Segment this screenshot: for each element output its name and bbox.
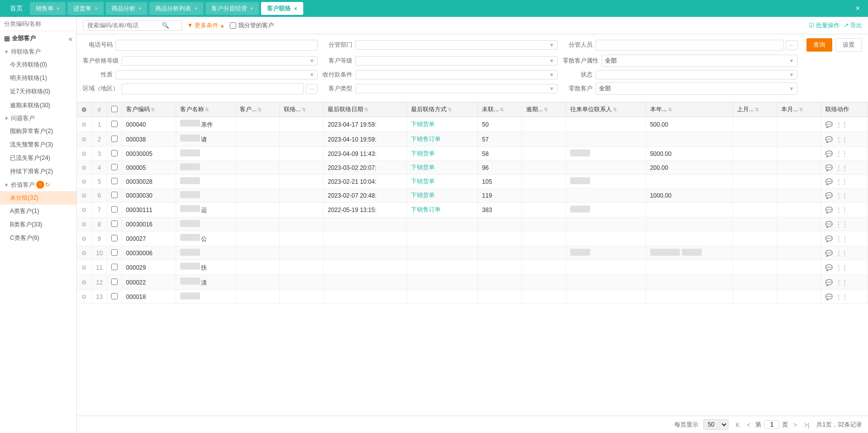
action-chat-icon[interactable]: 💬 (825, 150, 833, 157)
region-ellipsis-btn[interactable]: ··· (306, 84, 318, 94)
th-last-month[interactable]: 上月...⇅ (733, 102, 777, 117)
price-level-select[interactable]: ▼ (122, 56, 318, 66)
tab-sales[interactable]: 销售单 × (30, 2, 66, 15)
th-last-date[interactable]: 最后联络日期⇅ (324, 102, 406, 117)
search-box[interactable]: 🔍 (83, 20, 182, 31)
search-submit-icon[interactable]: 🔍 (162, 22, 169, 29)
tab-analysis[interactable]: 商品分析 × (106, 2, 147, 15)
row-checkbox[interactable] (111, 136, 118, 142)
th-contact-person[interactable]: 往来单位联系人⇅ (566, 102, 646, 117)
action-chat-icon[interactable]: 💬 (825, 207, 833, 214)
last-method-link[interactable]: 下销货单 (411, 164, 435, 171)
sidebar-item-hoarding[interactable]: 囤购异常客户(2) (0, 125, 76, 138)
action-menu-icon[interactable]: ⋮⋮ (836, 293, 848, 300)
sidebar-collapse-icon[interactable]: « (68, 35, 72, 43)
action-menu-icon[interactable]: ⋮⋮ (836, 121, 848, 128)
tab-purchase[interactable]: 进货单 × (67, 2, 103, 15)
region-input[interactable] (122, 83, 304, 94)
th-this-year[interactable]: 本年...⇅ (646, 102, 733, 117)
cust-type-select[interactable]: ▼ (355, 84, 557, 93)
sidebar-item-churning[interactable]: 流失预警客户(3) (0, 138, 76, 151)
last-method-link[interactable]: 下销货单 (411, 150, 435, 157)
action-chat-icon[interactable]: 💬 (825, 221, 833, 228)
dept-select[interactable]: ▼ (355, 40, 557, 50)
home-tab[interactable]: 首页 (4, 0, 29, 17)
action-chat-icon[interactable]: 💬 (825, 293, 833, 300)
close-tab-purchase[interactable]: × (94, 5, 97, 11)
manager-ellipsis-btn[interactable]: ··· (786, 40, 798, 50)
action-chat-icon[interactable]: 💬 (825, 136, 833, 143)
sidebar-item-churned[interactable]: 已流失客户(24) (0, 151, 76, 165)
sidebar-item-7days[interactable]: 近7天待联络(0) (0, 85, 76, 98)
action-chat-icon[interactable]: 💬 (825, 279, 833, 286)
sparse-cust-select[interactable]: 全部 ▼ (596, 82, 798, 95)
payment-select[interactable]: ▼ (355, 70, 557, 79)
sidebar-item-overdue[interactable]: 逾期未联络(30) (0, 99, 76, 112)
th-checkbox[interactable] (107, 102, 122, 117)
th-this-month[interactable]: 本月...⇅ (777, 102, 821, 117)
action-menu-icon[interactable]: ⋮⋮ (836, 192, 848, 199)
first-page-btn[interactable]: K (734, 421, 742, 429)
close-tab-analysis-list[interactable]: × (194, 5, 197, 11)
my-customers-checkbox-label[interactable]: 我分管的客户 (230, 21, 274, 30)
sidebar-search-input[interactable] (4, 20, 77, 27)
action-menu-icon[interactable]: ⋮⋮ (836, 250, 848, 257)
action-menu-icon[interactable]: ⋮⋮ (836, 235, 848, 242)
sidebar-item-unclassified[interactable]: 未分组(32) (0, 191, 76, 205)
sidebar-item-tomorrow[interactable]: 明天待联络(1) (0, 72, 76, 85)
last-method-link[interactable]: 下销货单 (411, 121, 435, 128)
sidebar-item-classC[interactable]: C类客户(6) (0, 231, 76, 245)
sidebar-group-pending[interactable]: ▼ 待联络客户 (0, 46, 76, 58)
action-menu-icon[interactable]: ⋮⋮ (836, 136, 848, 143)
row-checkbox[interactable] (111, 206, 118, 213)
tab-analysis-list[interactable]: 商品分析列表 × (149, 2, 203, 15)
close-window-button[interactable]: × (852, 4, 864, 13)
action-chat-icon[interactable]: 💬 (825, 178, 833, 185)
action-chat-icon[interactable]: 💬 (825, 250, 833, 257)
action-menu-icon[interactable]: ⋮⋮ (836, 207, 848, 214)
action-chat-icon[interactable]: 💬 (825, 121, 833, 128)
row-checkbox[interactable] (111, 121, 118, 127)
th-gear[interactable]: ⚙ (77, 102, 92, 117)
th-contact[interactable]: 联络...⇅ (279, 102, 324, 117)
row-checkbox[interactable] (111, 192, 118, 198)
row-checkbox[interactable] (111, 235, 118, 241)
action-menu-icon[interactable]: ⋮⋮ (836, 221, 848, 228)
search-button[interactable]: 查询 (806, 38, 832, 52)
row-checkbox[interactable] (111, 178, 118, 184)
phone-input[interactable] (116, 40, 318, 51)
status-select[interactable]: ▼ (596, 70, 798, 79)
action-chat-icon[interactable]: 💬 (825, 192, 833, 199)
nature-select[interactable]: ▼ (116, 70, 318, 79)
reset-button[interactable]: 设置 (835, 38, 862, 52)
refresh-icon[interactable]: ↻ (45, 181, 50, 188)
select-all-checkbox[interactable] (111, 106, 118, 112)
row-checkbox[interactable] (111, 220, 118, 227)
search-input[interactable] (87, 22, 162, 29)
th-code[interactable]: 客户编码⇅ (122, 102, 176, 117)
tab-customer-contact[interactable]: 客户联络 × (261, 2, 303, 15)
row-checkbox[interactable] (111, 164, 118, 170)
action-chat-icon[interactable]: 💬 (825, 235, 833, 242)
th-overdue[interactable]: 逾期...⇅ (522, 102, 566, 117)
action-menu-icon[interactable]: ⋮⋮ (836, 279, 848, 286)
action-menu-icon[interactable]: ⋮⋮ (836, 178, 848, 185)
page-number-input[interactable] (764, 420, 779, 429)
cust-level-select[interactable]: ▼ (355, 56, 557, 66)
th-last-method[interactable]: 最后联络方式⇅ (406, 102, 478, 117)
action-menu-icon[interactable]: ⋮⋮ (836, 264, 848, 271)
last-method-link[interactable]: 下销货单 (411, 178, 435, 185)
per-page-select[interactable]: 50 100 200 (703, 419, 729, 430)
close-tab-customer-contact[interactable]: × (294, 5, 297, 11)
sidebar-group-problem[interactable]: ▼ 问题客户 (0, 112, 76, 125)
th-name[interactable]: 客户名称⇅ (176, 102, 236, 117)
row-checkbox[interactable] (111, 249, 118, 256)
sidebar-item-classA[interactable]: A类客户(1) (0, 205, 76, 218)
last-page-btn[interactable]: >| (802, 421, 811, 429)
close-tab-sales[interactable]: × (57, 5, 60, 11)
action-menu-icon[interactable]: ⋮⋮ (836, 164, 848, 171)
row-checkbox[interactable] (111, 279, 118, 285)
close-tab-customer-tier[interactable]: × (250, 5, 253, 11)
action-chat-icon[interactable]: 💬 (825, 264, 833, 271)
tab-customer-tier[interactable]: 客户分层经营 × (205, 2, 259, 15)
